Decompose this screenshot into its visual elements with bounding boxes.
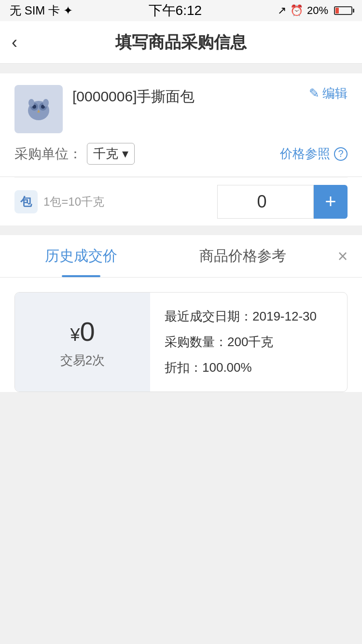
quantity-row: 包 1包=10千克 + <box>14 177 348 225</box>
battery-percent: 20% <box>307 4 328 17</box>
svg-point-6 <box>28 99 34 107</box>
svg-point-7 <box>43 99 49 107</box>
back-button[interactable]: ‹ <box>12 32 17 53</box>
product-info: [0000006]手撕面包 <box>72 85 195 107</box>
unit-select[interactable]: 千克 ▾ <box>87 143 135 165</box>
tab-underline <box>62 275 100 277</box>
edit-label: 编辑 <box>322 85 348 102</box>
tab-product-price-label: 商品价格参考 <box>199 246 286 266</box>
recent-date-label: 最近成交日期： <box>165 309 252 323</box>
history-card-right: 最近成交日期：2019-12-30 采购数量：200千克 折扣：100.00% <box>150 293 347 392</box>
unit-left: 采购单位： 千克 ▾ <box>14 143 135 165</box>
status-left: 无 SIM 卡 ✦ <box>10 3 73 18</box>
unit-row: 采购单位： 千克 ▾ 价格参照 ? <box>14 143 348 165</box>
purchase-qty-label: 采购数量： <box>165 335 227 349</box>
status-time: 下午6:12 <box>149 1 202 20</box>
unit-dropdown-icon: ▾ <box>122 146 128 161</box>
history-price-card: ¥0 交易2次 最近成交日期：2019-12-30 采购数量：200千克 折扣：… <box>14 292 348 392</box>
page-title: 填写商品采购信息 <box>115 31 247 54</box>
status-bar: 无 SIM 卡 ✦ 下午6:12 ↗ ⏰ 20% <box>0 0 362 21</box>
tab-close-button[interactable]: × <box>323 246 362 266</box>
history-card-left: ¥0 交易2次 <box>15 293 150 392</box>
location-icon: ↗ <box>278 4 286 17</box>
quantity-input[interactable] <box>217 185 314 219</box>
tab-history-label: 历史成交价 <box>45 246 117 266</box>
bottom-space <box>0 406 362 644</box>
discount-row: 折扣：100.00% <box>165 358 333 377</box>
edit-icon: ✎ <box>309 86 320 101</box>
price-display: ¥0 <box>70 316 95 347</box>
price-ref-icon: ? <box>334 147 348 161</box>
tabs-header: 历史成交价 商品价格参考 × <box>0 235 362 278</box>
currency-symbol: ¥ <box>70 325 80 345</box>
trade-count: 交易2次 <box>60 352 105 369</box>
battery-icon <box>334 6 352 15</box>
product-left: [0000006]手撕面包 <box>14 85 195 133</box>
alarm-icon: ⏰ <box>290 4 303 17</box>
unit-label: 采购单位： <box>14 145 82 163</box>
product-name: [0000006]手撕面包 <box>72 85 195 107</box>
discount-value: 100.00% <box>202 360 252 375</box>
status-right: ↗ ⏰ 20% <box>278 4 352 17</box>
nav-bar: ‹ 填写商品采购信息 <box>0 21 362 64</box>
price-reference-button[interactable]: 价格参照 ? <box>280 145 348 162</box>
quantity-unit-label: 包 1包=10千克 <box>14 190 104 213</box>
sim-status: 无 SIM 卡 ✦ <box>10 3 73 18</box>
product-card: [0000006]手撕面包 ✎ 编辑 采购单位： 千克 ▾ 价格参照 ? <box>0 73 362 176</box>
purchase-qty-value: 200千克 <box>227 335 273 349</box>
recent-date-value: 2019-12-30 <box>252 309 317 323</box>
unit-value: 千克 <box>93 145 118 162</box>
tabs-section: 历史成交价 商品价格参考 × ¥0 交易2次 最近成交日期：2019-12-30… <box>0 235 362 392</box>
tab-product-price-ref[interactable]: 商品价格参考 <box>162 235 323 277</box>
recent-date-row: 最近成交日期：2019-12-30 <box>165 307 333 326</box>
product-header: [0000006]手撕面包 ✎ 编辑 <box>14 85 348 133</box>
unit-badge: 包 <box>14 190 38 213</box>
quantity-section: 包 1包=10千克 + <box>0 177 362 225</box>
unit-conversion-text: 1包=10千克 <box>43 194 104 210</box>
edit-button[interactable]: ✎ 编辑 <box>309 85 348 102</box>
purchase-qty-row: 采购数量：200千克 <box>165 333 333 351</box>
product-logo-icon <box>22 92 56 126</box>
discount-label: 折扣： <box>165 360 202 375</box>
price-value: 0 <box>80 316 95 347</box>
price-ref-label: 价格参照 <box>280 145 330 162</box>
quantity-input-group: + <box>217 185 348 219</box>
product-thumbnail <box>14 85 63 133</box>
quantity-plus-button[interactable]: + <box>314 185 348 219</box>
tab-history-price[interactable]: 历史成交价 <box>0 235 162 277</box>
